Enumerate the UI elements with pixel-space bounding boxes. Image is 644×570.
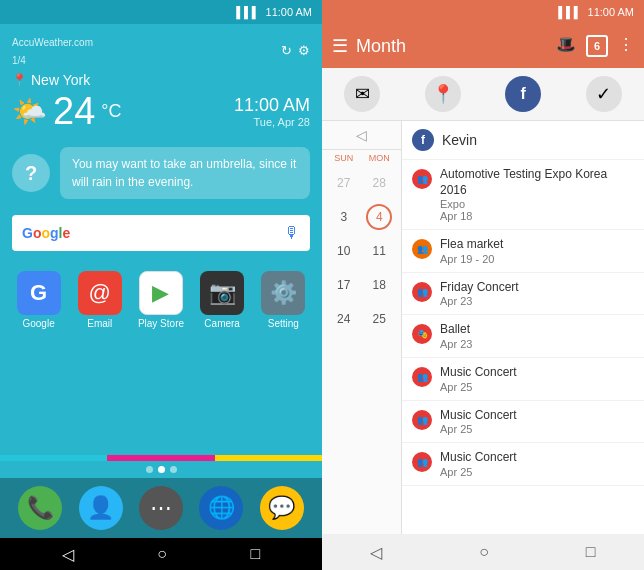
more-icon[interactable]: ⋮ — [618, 35, 634, 57]
google-logo: Google — [22, 225, 70, 241]
week-1: 27 28 — [322, 166, 401, 200]
main-content: ◁ SUN MON 27 28 3 4 10 11 17 18 — [322, 121, 644, 534]
cal-day-27[interactable]: 27 — [331, 170, 357, 196]
action-check[interactable]: ✓ — [586, 76, 622, 112]
event-dot-inner-music2: 👥 — [417, 415, 428, 425]
action-facebook[interactable]: f — [505, 76, 541, 112]
recents-button-right[interactable]: □ — [586, 543, 596, 561]
dock-phone[interactable]: 📞 — [18, 486, 62, 530]
widget-time: 11:00 AM — [234, 95, 310, 116]
cal-day-4[interactable]: 4 — [366, 204, 392, 230]
weather-tip: You may want to take an umbrella, since … — [60, 147, 310, 199]
app-header: ☰ Month 🎩 6 ⋮ — [322, 24, 644, 68]
day-headers: SUN MON — [322, 150, 401, 166]
action-location[interactable]: 📍 — [425, 76, 461, 112]
event-sub-ballet: Apr 23 — [440, 338, 634, 350]
cal-day-17[interactable]: 17 — [331, 272, 357, 298]
nav-bar-right: ◁ ○ □ — [322, 534, 644, 570]
cal-day-24[interactable]: 24 — [331, 306, 357, 332]
google-search-bar[interactable]: Google 🎙 — [12, 215, 310, 251]
event-info-music1: Music Concert Apr 25 — [440, 365, 634, 393]
app-playstore[interactable]: ▶ Play Store — [135, 271, 187, 329]
widget-page: 1/4 — [12, 55, 26, 66]
event-title-music2: Music Concert — [440, 408, 634, 424]
event-title-music3: Music Concert — [440, 450, 634, 466]
mic-icon[interactable]: 🎙 — [284, 224, 300, 242]
event-music-concert-3[interactable]: 👥 Music Concert Apr 25 — [402, 443, 644, 486]
event-music-concert-2[interactable]: 👥 Music Concert Apr 25 — [402, 401, 644, 444]
event-sub-auto: ExpoApr 18 — [440, 198, 634, 222]
widget-url: AccuWeather.com — [12, 37, 93, 48]
app-email[interactable]: @ Email — [74, 271, 126, 329]
dock-browser[interactable]: 🌐 — [199, 486, 243, 530]
event-dot-friday: 👥 — [412, 282, 432, 302]
cal-day-11[interactable]: 11 — [366, 238, 392, 264]
event-title-auto: Automotive Testing Expo Korea 2016 — [440, 167, 634, 198]
status-bar-left: ▌▌▌ 11:00 AM — [0, 0, 322, 24]
email-app-label: Email — [87, 318, 112, 329]
dock-contacts[interactable]: 👤 — [79, 486, 123, 530]
event-title-ballet: Ballet — [440, 322, 634, 338]
home-button-left[interactable]: ○ — [157, 545, 167, 563]
event-auto-testing[interactable]: 👥 Automotive Testing Expo Korea 2016 Exp… — [402, 160, 644, 230]
app-camera[interactable]: 📷 Camera — [196, 271, 248, 329]
cal-day-18[interactable]: 18 — [366, 272, 392, 298]
status-bar-right: ▌▌▌ 11:00 AM — [322, 0, 644, 24]
action-row: ✉ 📍 f ✓ — [322, 68, 644, 121]
event-music-concert-1[interactable]: 👥 Music Concert Apr 25 — [402, 358, 644, 401]
time-left: 11:00 AM — [266, 6, 312, 18]
right-phone: ▌▌▌ 11:00 AM ☰ Month 🎩 6 ⋮ ✉ 📍 f ✓ ◁ SUN… — [322, 0, 644, 570]
badge-6: 6 — [586, 35, 608, 57]
event-title-flea: Flea market — [440, 237, 634, 253]
event-sub-friday: Apr 23 — [440, 295, 634, 307]
app-google[interactable]: G Google — [13, 271, 65, 329]
back-button-right[interactable]: ◁ — [370, 543, 382, 562]
signal-icon-left: ▌▌▌ — [236, 6, 259, 18]
email-app-icon: @ — [78, 271, 122, 315]
cal-day-25[interactable]: 25 — [366, 306, 392, 332]
hamburger-menu[interactable]: ☰ — [332, 35, 348, 57]
dot-3 — [170, 466, 177, 473]
home-button-right[interactable]: ○ — [479, 543, 489, 561]
cal-nav-arrow[interactable]: ◁ — [356, 127, 367, 143]
event-dot-auto: 👥 — [412, 169, 432, 189]
event-info-friday: Friday Concert Apr 23 — [440, 280, 634, 308]
hat-icon[interactable]: 🎩 — [556, 35, 576, 57]
location-name: New York — [31, 72, 90, 88]
cal-day-28[interactable]: 28 — [366, 170, 392, 196]
refresh-icon[interactable]: ↻ — [281, 43, 292, 58]
temp-unit: °C — [101, 101, 121, 122]
app-settings[interactable]: ⚙️ Setting — [257, 271, 309, 329]
event-dot-ballet: 🎭 — [412, 324, 432, 344]
sun-header: SUN — [330, 153, 358, 163]
cal-day-10[interactable]: 10 — [331, 238, 357, 264]
action-email[interactable]: ✉ — [344, 76, 380, 112]
week-3: 10 11 — [322, 234, 401, 268]
week-4: 17 18 — [322, 268, 401, 302]
page-dots — [0, 461, 322, 478]
event-sub-music3: Apr 25 — [440, 466, 634, 478]
week-5: 24 25 — [322, 302, 401, 336]
dock-apps[interactable]: ⋯ — [139, 486, 183, 530]
google-app-label: Google — [22, 318, 54, 329]
nav-bar-left: ◁ ○ □ — [0, 538, 322, 570]
event-dot-inner-friday: 👥 — [417, 287, 428, 297]
cal-day-3[interactable]: 3 — [331, 204, 357, 230]
dock-messages[interactable]: 💬 — [260, 486, 304, 530]
recents-button-left[interactable]: □ — [251, 545, 261, 563]
event-info-flea: Flea market Apr 19 - 20 — [440, 237, 634, 265]
header-title: Month — [356, 36, 548, 57]
event-ballet[interactable]: 🎭 Ballet Apr 23 — [402, 315, 644, 358]
event-info-ballet: Ballet Apr 23 — [440, 322, 634, 350]
event-friday-concert[interactable]: 👥 Friday Concert Apr 23 — [402, 273, 644, 316]
event-flea-market[interactable]: 👥 Flea market Apr 19 - 20 — [402, 230, 644, 273]
camera-app-icon: 📷 — [200, 271, 244, 315]
event-dot-inner-ballet: 🎭 — [417, 329, 428, 339]
app-grid: G Google @ Email ▶ Play Store 📷 Camera ⚙… — [0, 259, 322, 455]
playstore-app-icon: ▶ — [139, 271, 183, 315]
back-button-left[interactable]: ◁ — [62, 545, 74, 564]
google-app-icon: G — [17, 271, 61, 315]
calendar-strip: ◁ SUN MON 27 28 3 4 10 11 17 18 — [322, 121, 402, 534]
event-dot-music2: 👥 — [412, 410, 432, 430]
settings-icon[interactable]: ⚙ — [298, 43, 310, 58]
